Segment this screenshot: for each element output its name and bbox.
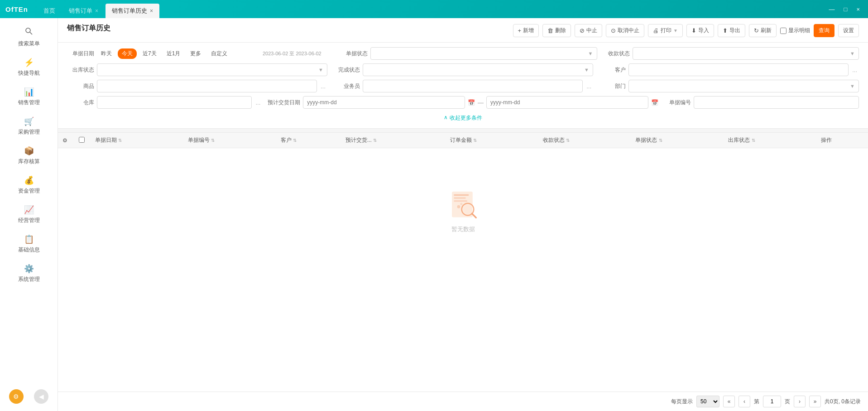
voucher-status-chevron: ▼ — [588, 51, 593, 56]
tab-home[interactable]: 首页 — [37, 4, 62, 18]
col-checkbox[interactable] — [74, 133, 91, 148]
sidebar-item-sales-mgmt[interactable]: 📊 销售管理 — [3, 82, 55, 111]
filter-area: 单据日期 昨天 今天 近7天 近1月 更多 自定义 2023-06-02 至 2… — [58, 43, 868, 129]
filter-row-2: 出库状态 ▼ 完成状态 ▼ 客户 — [67, 63, 859, 76]
empty-state-cell: 暂无数据 — [58, 148, 868, 270]
query-button[interactable]: 查询 — [814, 24, 834, 37]
cancel-stop-icon: ⊙ — [611, 27, 616, 34]
cancel-stop-button[interactable]: ⊙ 取消中止 — [606, 24, 644, 37]
department-select[interactable]: ▼ — [628, 80, 859, 92]
sidebar-item-purchase-mgmt[interactable]: 🛒 采购管理 — [3, 112, 55, 140]
show-detail-label[interactable]: 显示明细 — [780, 27, 810, 34]
salesperson-ellipsis[interactable]: ... — [585, 83, 593, 90]
settings-button[interactable]: 设置 — [838, 24, 859, 37]
maximize-button[interactable]: □ — [841, 6, 850, 13]
minimize-button[interactable]: — — [826, 6, 838, 13]
product-input[interactable] — [97, 80, 317, 92]
complete-status-label: 完成状态 — [333, 66, 360, 74]
col-out-status[interactable]: 出库状态 ⇅ — [724, 133, 816, 148]
tab-sales-order-close[interactable]: × — [95, 8, 98, 14]
col-date-sort-icon: ⇅ — [118, 138, 122, 143]
filter-out-status: 出库状态 ▼ — [67, 63, 327, 76]
delete-button[interactable]: 🗑 删除 — [542, 24, 571, 37]
page-size-select[interactable]: 50 10 20 100 — [696, 396, 719, 407]
print-button[interactable]: 🖨 打印 ▼ — [648, 24, 683, 37]
col-customer[interactable]: 客户 ⇅ — [276, 133, 341, 148]
query-label: 查询 — [819, 27, 830, 34]
sidebar-item-base-info[interactable]: 📋 基础信息 — [3, 230, 55, 258]
import-button[interactable]: ⬇ 导入 — [686, 24, 714, 37]
warehouse-ellipsis[interactable]: ... — [254, 99, 262, 106]
sidebar-item-search-menu[interactable]: 搜索菜单 — [3, 22, 55, 52]
sales-mgmt-icon: 📊 — [24, 87, 34, 97]
col-receipt-status[interactable]: 收款状态 ⇅ — [538, 133, 631, 148]
page-last-button[interactable]: » — [809, 396, 821, 407]
date-btn-today[interactable]: 今天 — [118, 48, 137, 59]
col-voucher-no-sort-icon: ⇅ — [211, 138, 215, 143]
customer-input[interactable] — [628, 63, 849, 76]
date-btn-last1m[interactable]: 近1月 — [163, 48, 185, 59]
col-voucher-status[interactable]: 单据状态 ⇅ — [631, 133, 724, 148]
filter-receipt-status: 收款状态 ▼ — [603, 47, 859, 60]
page-first-button[interactable]: « — [723, 396, 735, 407]
stop-button[interactable]: ⊘ 中止 — [575, 24, 602, 37]
svg-point-0 — [26, 28, 30, 33]
expected-date-to-input[interactable] — [486, 96, 648, 109]
sidebar-item-inventory[interactable]: 📦 库存核算 — [3, 141, 55, 170]
toolbar: + 新增 🗑 删除 ⊘ 中止 ⊙ 取消中止 — [513, 24, 859, 37]
salesperson-input[interactable] — [363, 80, 583, 92]
date-btn-custom[interactable]: 自定义 — [207, 48, 231, 59]
voucher-status-select[interactable]: ▼ — [370, 47, 597, 60]
col-voucher-status-sort-icon: ⇅ — [659, 138, 662, 143]
add-button[interactable]: + 新增 — [513, 24, 539, 37]
cancel-stop-label: 取消中止 — [618, 27, 639, 34]
sidebar-item-operations[interactable]: 📈 经营管理 — [3, 200, 55, 229]
filter-row-4: 仓库 ... 预计交货日期 📅 — 📅 — [67, 96, 859, 109]
sidebar-settings-btn[interactable]: ⚙ — [9, 389, 24, 404]
add-icon: + — [518, 27, 522, 34]
refresh-button[interactable]: ↻ 刷新 — [749, 24, 777, 37]
content-area: 销售订单历史 + 新增 🗑 删除 ⊘ 中止 ⊙ — [58, 18, 868, 411]
product-ellipsis[interactable]: ... — [319, 83, 327, 90]
delete-icon: 🗑 — [547, 27, 553, 34]
customer-ellipsis[interactable]: ... — [850, 67, 859, 73]
sidebar-collapse-btn[interactable]: ◀ — [34, 389, 48, 404]
col-expected-date[interactable]: 预计交货... ⇅ — [341, 133, 446, 148]
calendar-from-icon[interactable]: 📅 — [468, 99, 475, 106]
search-menu-icon — [24, 27, 34, 38]
page-number-input[interactable] — [763, 396, 781, 407]
select-all-checkbox[interactable] — [79, 137, 85, 143]
page-prev-button[interactable]: ‹ — [739, 396, 750, 407]
col-amount[interactable]: 订单金额 ⇅ — [446, 133, 538, 148]
out-status-select[interactable]: ▼ — [97, 63, 327, 76]
date-btn-yesterday[interactable]: 昨天 — [97, 48, 116, 59]
collapse-row[interactable]: ∧ 收起更多条件 — [67, 112, 859, 124]
tab-sales-order-history-close[interactable]: × — [150, 8, 153, 14]
expected-date-from-input[interactable] — [303, 96, 465, 109]
tab-home-label: 首页 — [43, 7, 55, 15]
table-settings-icon[interactable]: ⚙ — [62, 137, 67, 144]
complete-status-select[interactable]: ▼ — [363, 63, 593, 76]
warehouse-input[interactable] — [97, 96, 252, 109]
sidebar-item-quick-nav[interactable]: ⚡ 快捷导航 — [3, 53, 55, 82]
filter-salesperson: 业务员 ... — [333, 80, 593, 92]
date-btn-more[interactable]: 更多 — [186, 48, 205, 59]
col-settings[interactable]: ⚙ — [58, 133, 74, 148]
tab-sales-order-history[interactable]: 销售订单历史 × — [106, 4, 159, 18]
sidebar-item-system-mgmt[interactable]: ⚙️ 系统管理 — [3, 259, 55, 288]
close-window-button[interactable]: × — [854, 6, 863, 13]
export-button[interactable]: ⬆ 导出 — [718, 24, 745, 37]
sidebar-item-sales-mgmt-label: 销售管理 — [18, 99, 40, 106]
receipt-status-select[interactable]: ▼ — [633, 47, 859, 60]
svg-rect-5 — [454, 200, 467, 202]
sidebar-item-finance[interactable]: 💰 资金管理 — [3, 171, 55, 199]
date-btn-last7[interactable]: 近7天 — [139, 48, 161, 59]
tab-sales-order[interactable]: 销售订单 × — [62, 4, 105, 18]
show-detail-checkbox[interactable] — [780, 28, 786, 34]
col-voucher-no[interactable]: 单据编号 ⇅ — [183, 133, 276, 148]
page-next-button[interactable]: › — [794, 396, 806, 407]
voucher-no-input[interactable] — [694, 96, 859, 109]
calendar-to-icon[interactable]: 📅 — [651, 99, 658, 106]
col-date[interactable]: 单据日期 ⇅ — [91, 133, 183, 148]
quick-nav-icon: ⚡ — [24, 58, 34, 68]
